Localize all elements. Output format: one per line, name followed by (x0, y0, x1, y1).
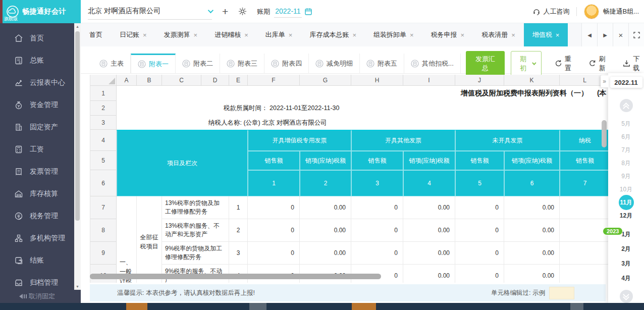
add-account-button[interactable]: + (222, 7, 228, 17)
document-tab[interactable]: 日记账 × (111, 23, 155, 46)
month-item[interactable]: 7月 (608, 143, 644, 157)
column-header-cell[interactable]: H (351, 75, 403, 86)
value-cell[interactable]: 0.00 (300, 219, 351, 242)
scroll-up-icon[interactable]: ▲ (74, 23, 81, 30)
column-header-cell[interactable]: K (504, 75, 560, 86)
support-link[interactable]: 人工咨询 (532, 7, 569, 16)
section-all-taxable-items-cell[interactable]: 全部征税项目 (137, 196, 162, 283)
month-item[interactable]: 4月 (608, 271, 644, 286)
value-cell[interactable]: 0.00 (300, 196, 351, 219)
horizontal-scrollbar-thumb[interactable] (90, 274, 381, 279)
document-tab[interactable]: 首页 (81, 23, 111, 46)
section-general-taxation-cell[interactable]: 一、一般计税 (117, 196, 137, 283)
month-item[interactable]: 11月 (608, 196, 644, 209)
vertical-scrollbar-thumb[interactable] (602, 120, 607, 147)
invoice-summary-button[interactable]: 发票汇总 (466, 51, 505, 76)
column-header-cell[interactable]: A (117, 75, 137, 86)
sidebar-scrollbar[interactable]: ▲ ▼ (74, 23, 81, 290)
column-header-cell[interactable]: E (229, 75, 248, 86)
sheet-subtab[interactable]: 减免明细 (309, 54, 360, 73)
row-number-cell[interactable]: 5 (90, 151, 117, 170)
value-cell[interactable]: 0 (455, 196, 504, 219)
document-tab[interactable]: 出库单 × (257, 23, 301, 46)
company-selector[interactable]: 北京 对啊酒店有限公司 (88, 4, 212, 20)
column-header-cell[interactable]: G (300, 75, 351, 86)
value-cell[interactable] (560, 196, 610, 219)
sheet-subtab[interactable]: 主表 (93, 54, 131, 73)
row-number-cell[interactable]: 9 (90, 242, 117, 265)
item-description-cell[interactable]: 9%税率的货物及加工修理修配劳务 (162, 242, 229, 265)
row-number-cell[interactable]: 1 (90, 86, 117, 101)
month-item[interactable]: 10月 (608, 183, 644, 196)
tab-close-icon[interactable]: × (461, 31, 465, 39)
value-cell[interactable]: 0.00 (403, 219, 455, 242)
month-item[interactable]: 3月 (608, 256, 644, 271)
month-item[interactable]: 5月 (608, 117, 644, 130)
tab-close-icon[interactable]: × (556, 31, 560, 39)
refresh-button[interactable]: 刷新 (588, 55, 610, 73)
column-header-cell[interactable]: C (162, 75, 201, 86)
line-number-cell[interactable]: 1 (229, 196, 248, 219)
month-item[interactable]: 9月 (608, 170, 644, 183)
month-item[interactable]: 2月 (608, 242, 644, 256)
sidebar-item-fixed-assets[interactable]: 固定资产 (0, 116, 81, 138)
user-avatar[interactable] (584, 4, 599, 19)
document-tab[interactable]: 发票测算 × (155, 23, 206, 46)
settings-gear-icon[interactable] (238, 7, 247, 16)
sidebar-item-invoices[interactable]: 发票管理 (0, 161, 81, 183)
row-number-cell[interactable]: 2 (90, 101, 117, 116)
tabs-scroll-right-button[interactable]: ▶ (597, 23, 613, 46)
document-tab[interactable]: 税务申报 × (422, 23, 473, 46)
sheet-subtab[interactable]: 附表四 (264, 54, 309, 73)
document-tab[interactable]: 进销稽核 × (206, 23, 257, 46)
tab-close-icon[interactable]: × (410, 31, 414, 39)
document-tab[interactable]: 增值税 × (524, 23, 568, 46)
sidebar-item-closing[interactable]: 结账 (0, 249, 81, 272)
months-scroll-down-button[interactable] (620, 290, 633, 303)
sidebar-item-payroll[interactable]: 工资 (0, 138, 81, 161)
sidebar-item-general-ledger[interactable]: 总账 (0, 49, 81, 72)
months-scroll-up-button[interactable] (620, 99, 633, 112)
item-description-cell[interactable]: 13%税率的货物及加工修理修配劳务 (162, 196, 229, 219)
row-number-cell[interactable]: 8 (90, 219, 117, 242)
download-button[interactable]: 下载 (623, 55, 644, 73)
sidebar-item-cloud-reports[interactable]: 云报表中心 (0, 72, 81, 94)
row-number-cell[interactable]: 4 (90, 130, 117, 151)
column-header-cell[interactable]: B (137, 75, 162, 86)
sheet-subtab[interactable]: 附表五 (360, 54, 404, 73)
column-header-cell[interactable]: J (455, 75, 504, 86)
value-cell[interactable]: 0 (248, 219, 300, 242)
line-number-cell[interactable]: 3 (229, 242, 248, 265)
value-cell[interactable]: 0 (455, 219, 504, 242)
opening-balance-button[interactable]: 期初 (511, 51, 542, 76)
horizontal-scrollbar[interactable] (90, 274, 601, 280)
line-number-cell[interactable]: 2 (229, 219, 248, 242)
sheet-subtab[interactable]: 附表三 (220, 54, 264, 73)
select-all-corner-cell[interactable] (90, 75, 117, 86)
row-number-cell[interactable]: 7 (90, 196, 117, 219)
panel-expand-icon[interactable]: » (601, 75, 608, 87)
sheet-subtab[interactable]: 附表二 (176, 54, 220, 73)
tab-close-icon[interactable]: × (511, 31, 515, 39)
fullscreen-icon[interactable] (628, 23, 644, 46)
value-cell[interactable]: 0 (248, 242, 300, 265)
tab-close-icon[interactable]: × (143, 31, 147, 39)
value-cell[interactable] (560, 242, 610, 265)
month-item[interactable]: 8月 (608, 157, 644, 170)
sidebar-item-home[interactable]: 首页 (0, 27, 81, 49)
sidebar-item-inventory[interactable]: 库存核算 (0, 183, 81, 205)
value-cell[interactable]: 0.00 (300, 242, 351, 265)
reset-button[interactable]: 重置 (555, 55, 576, 73)
tab-close-icon[interactable]: × (244, 31, 248, 39)
value-cell[interactable]: 0.00 (403, 242, 455, 265)
row-number-cell[interactable]: 6 (90, 170, 117, 196)
tax-period-cell[interactable]: 税款所属时间： 2022-11-01至2022-11-30 (117, 101, 610, 116)
document-tab[interactable]: 税表清册 × (473, 23, 524, 46)
month-item[interactable]: 12月 (608, 209, 644, 222)
sidebar-item-tax[interactable]: 税务管理 (0, 205, 81, 227)
value-cell[interactable]: 0 (248, 196, 300, 219)
column-header-cell[interactable]: D (201, 75, 229, 86)
value-cell[interactable]: 0 (351, 219, 403, 242)
unpin-sidebar-button[interactable]: 取消固定 (0, 289, 74, 303)
tabs-scroll-left-button[interactable]: ◀ (581, 23, 597, 46)
